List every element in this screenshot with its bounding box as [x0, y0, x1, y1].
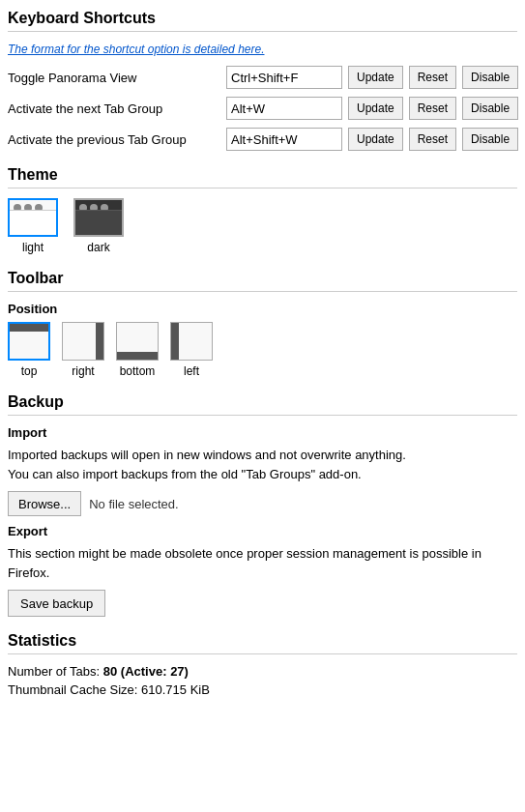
backup-section: Backup Import Imported backups will open…: [8, 393, 517, 617]
shortcut-input-panorama[interactable]: [226, 66, 342, 89]
shortcut-label-panorama: Toggle Panorama View: [8, 71, 220, 85]
disable-button-prev-tab[interactable]: Disable: [462, 128, 518, 151]
position-option-right[interactable]: right: [62, 322, 104, 378]
pos-bar-left: [171, 323, 179, 360]
update-button-panorama[interactable]: Update: [348, 66, 403, 89]
position-option-top[interactable]: top: [8, 322, 50, 378]
import-label: Import: [8, 425, 517, 440]
theme-dark-content: [75, 210, 122, 235]
import-description: Imported backups will open in new window…: [8, 446, 517, 483]
theme-divider: [8, 188, 517, 188]
export-description: This section might be made obsolete once…: [8, 544, 517, 582]
position-options: top right bottom left: [8, 322, 517, 378]
theme-label-light: light: [22, 241, 44, 254]
disable-button-panorama[interactable]: Disable: [462, 66, 518, 89]
backup-divider: [8, 415, 517, 416]
import-desc-line2: You can also import backups from the old…: [8, 467, 362, 481]
pos-bar-right: [96, 323, 103, 360]
position-option-left[interactable]: left: [170, 322, 213, 378]
save-backup-button[interactable]: Save backup: [8, 590, 105, 617]
pos-box-top: [8, 322, 50, 361]
statistics-divider: [8, 653, 517, 654]
shortcut-row-prev-tab: Activate the previous Tab Group Update R…: [8, 128, 517, 151]
toolbar-title: Toolbar: [8, 270, 517, 287]
pos-label-left: left: [184, 364, 199, 378]
theme-box-light: [8, 198, 58, 237]
shortcut-label-next-tab: Activate the next Tab Group: [8, 102, 220, 116]
shortcut-row-next-tab: Activate the next Tab Group Update Reset…: [8, 97, 517, 120]
update-button-prev-tab[interactable]: Update: [348, 128, 403, 151]
cache-stat-row: Thumbnail Cache Size: 610.715 KiB: [8, 682, 517, 697]
theme-option-dark[interactable]: dark: [73, 198, 124, 254]
pos-bar-top: [10, 324, 48, 332]
theme-options: light dark: [8, 198, 517, 254]
position-label: Position: [8, 302, 517, 316]
shortcut-input-next-tab[interactable]: [226, 97, 342, 120]
cache-label: Thumbnail Cache Size:: [8, 682, 137, 697]
import-desc-line1: Imported backups will open in new window…: [8, 448, 406, 462]
pos-label-bottom: bottom: [120, 364, 156, 378]
shortcut-label-prev-tab: Activate the previous Tab Group: [8, 132, 220, 147]
format-link[interactable]: The format for the shortcut option is de…: [8, 43, 264, 56]
tabs-stat-row: Number of Tabs: 80 (Active: 27): [8, 664, 517, 679]
browse-button[interactable]: Browse...: [8, 491, 81, 516]
shortcut-row-panorama: Toggle Panorama View Update Reset Disabl…: [8, 66, 517, 89]
theme-box-dark: [73, 198, 124, 237]
shortcut-input-prev-tab[interactable]: [226, 128, 342, 151]
theme-light-content: [10, 210, 56, 235]
reset-button-prev-tab[interactable]: Reset: [409, 128, 456, 151]
theme-section: Theme light dark: [8, 166, 517, 254]
reset-button-next-tab[interactable]: Reset: [409, 97, 456, 120]
backup-title: Backup: [8, 393, 517, 411]
no-file-label: No file selected.: [89, 497, 179, 511]
pos-label-top: top: [21, 364, 38, 378]
keyboard-shortcuts-section: Keyboard Shortcuts The format for the sh…: [8, 10, 517, 151]
pos-box-bottom: [116, 322, 159, 361]
pos-bar-bottom: [117, 352, 158, 360]
toolbar-section: Toolbar Position top right bottom left: [8, 270, 517, 378]
theme-title: Theme: [8, 166, 517, 184]
statistics-section: Statistics Number of Tabs: 80 (Active: 2…: [8, 632, 517, 697]
browse-row: Browse... No file selected.: [8, 491, 517, 516]
pos-box-left: [170, 322, 213, 361]
tabs-value: 80 (Active: 27): [103, 664, 189, 679]
export-label: Export: [8, 524, 517, 538]
tabs-label: Number of Tabs:: [8, 664, 100, 679]
update-button-next-tab[interactable]: Update: [348, 97, 403, 120]
pos-label-right: right: [72, 364, 94, 378]
disable-button-next-tab[interactable]: Disable: [462, 97, 518, 120]
theme-option-light[interactable]: light: [8, 198, 58, 254]
statistics-title: Statistics: [8, 632, 517, 650]
toolbar-divider: [8, 291, 517, 292]
theme-label-dark: dark: [87, 241, 109, 254]
keyboard-shortcuts-divider: [8, 31, 517, 32]
position-option-bottom[interactable]: bottom: [116, 322, 159, 378]
cache-value: 610.715 KiB: [141, 682, 210, 697]
pos-box-right: [62, 322, 104, 361]
reset-button-panorama[interactable]: Reset: [409, 66, 456, 89]
keyboard-shortcuts-title: Keyboard Shortcuts: [8, 10, 517, 27]
